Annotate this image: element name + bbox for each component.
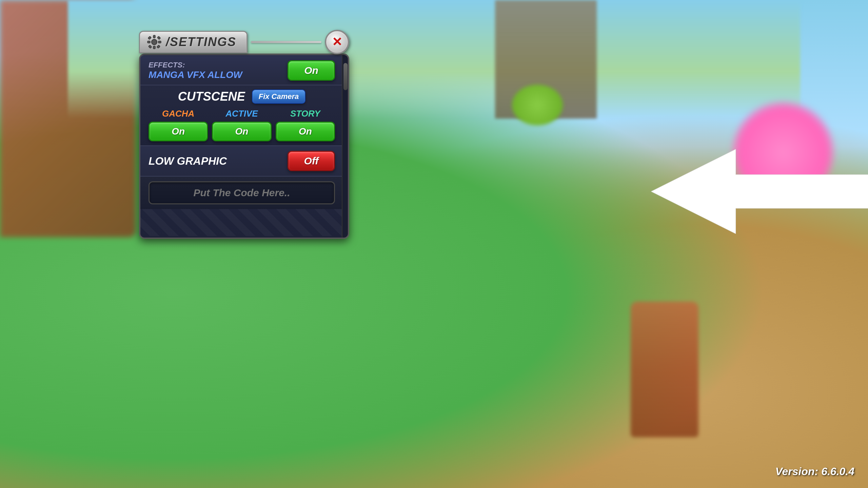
bottom-pad: [140, 209, 342, 236]
version-label: Version: 6.6.0.4: [775, 465, 854, 478]
svg-rect-5: [148, 36, 151, 40]
gacha-toggle[interactable]: On: [149, 122, 208, 141]
panel-content: EFFECTS: MANGA VFX ALLOW On CUTSCENE Fix…: [140, 55, 342, 238]
scrollbar-thumb[interactable]: [343, 63, 348, 90]
cutscene-columns: GACHA On ACTIVE On STORY On: [149, 108, 335, 141]
manga-vfx-label: MANGA VFX ALLOW: [149, 69, 282, 80]
cutscene-row: CUTSCENE Fix Camera GACHA On ACTIVE On: [140, 85, 342, 146]
close-button[interactable]: ✕: [325, 30, 349, 54]
effects-title: EFFECTS:: [149, 61, 282, 69]
title-bar: /SETTINGS ✕: [139, 30, 349, 54]
svg-rect-6: [157, 36, 161, 40]
gear-icon: [147, 35, 162, 49]
svg-rect-8: [157, 45, 160, 48]
close-icon: ✕: [332, 36, 342, 48]
svg-rect-1: [153, 35, 155, 38]
svg-rect-2: [153, 46, 155, 49]
manga-vfx-toggle[interactable]: On: [288, 60, 335, 81]
scrollbar[interactable]: [342, 55, 348, 238]
active-col: ACTIVE On: [212, 108, 271, 141]
settings-title: /SETTINGS: [166, 35, 236, 49]
bg-green-bush: [512, 85, 563, 125]
title-line: [251, 41, 321, 43]
story-col: STORY On: [276, 108, 335, 141]
svg-marker-9: [651, 149, 868, 234]
panel-body: EFFECTS: MANGA VFX ALLOW On CUTSCENE Fix…: [139, 54, 349, 239]
active-label: ACTIVE: [212, 108, 271, 119]
settings-panel: /SETTINGS ✕ EFFECTS: MANGA VFX ALLOW On: [139, 30, 349, 239]
svg-rect-3: [147, 41, 150, 43]
code-input[interactable]: [149, 181, 335, 204]
title-badge: /SETTINGS: [139, 31, 248, 53]
panel-scroll-container: EFFECTS: MANGA VFX ALLOW On CUTSCENE Fix…: [140, 55, 348, 238]
cutscene-title: CUTSCENE: [178, 89, 245, 104]
arrow-pointer: [651, 149, 868, 234]
low-graphic-row: LOW GRAPHIC Off: [140, 146, 342, 177]
fix-camera-button[interactable]: Fix Camera: [252, 89, 306, 104]
svg-rect-4: [158, 41, 161, 43]
svg-point-0: [152, 39, 157, 45]
story-label: STORY: [276, 108, 335, 119]
low-graphic-label: LOW GRAPHIC: [149, 155, 281, 167]
gacha-col: GACHA On: [149, 108, 208, 141]
cutscene-header: CUTSCENE Fix Camera: [149, 89, 335, 104]
gacha-label: GACHA: [149, 108, 208, 119]
effects-row: EFFECTS: MANGA VFX ALLOW On: [140, 56, 342, 85]
low-graphic-toggle[interactable]: Off: [288, 151, 335, 171]
story-toggle[interactable]: On: [276, 122, 335, 141]
bg-character: [631, 302, 698, 437]
effects-label-col: EFFECTS: MANGA VFX ALLOW: [149, 61, 282, 80]
svg-rect-7: [149, 45, 152, 48]
active-toggle[interactable]: On: [212, 122, 271, 141]
code-row: [140, 177, 342, 209]
